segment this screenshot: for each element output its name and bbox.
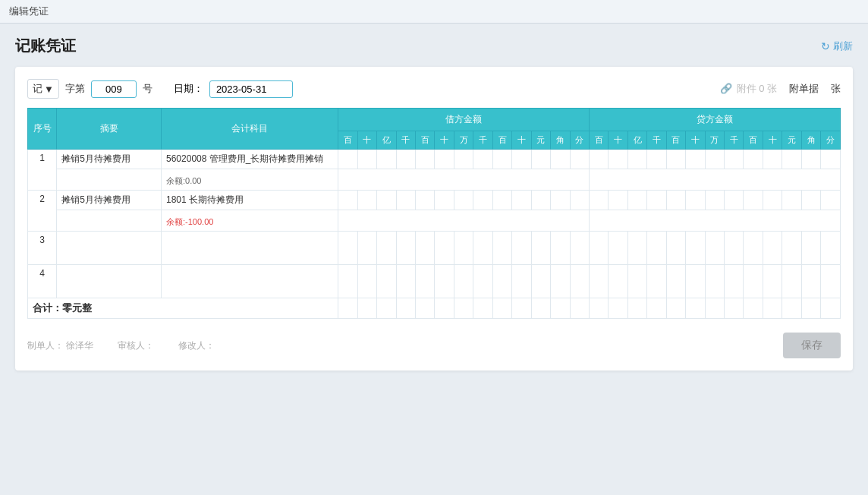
row2-c4[interactable] bbox=[647, 191, 666, 210]
row3-c2[interactable] bbox=[609, 232, 627, 265]
row4-d6[interactable] bbox=[435, 265, 454, 298]
row2-c13[interactable] bbox=[821, 191, 841, 210]
row2-d12[interactable] bbox=[551, 191, 570, 210]
row3-c4[interactable] bbox=[647, 232, 666, 265]
row4-account[interactable] bbox=[162, 265, 338, 298]
row2-c3[interactable] bbox=[627, 191, 646, 210]
type-dropdown[interactable]: 记 ▼ bbox=[27, 79, 59, 99]
row3-d10[interactable] bbox=[512, 232, 531, 265]
row3-c7[interactable] bbox=[705, 232, 724, 265]
row1-d2[interactable] bbox=[357, 150, 376, 169]
row3-c3[interactable] bbox=[627, 232, 646, 265]
row4-d1[interactable] bbox=[338, 265, 357, 298]
row3-d4[interactable] bbox=[396, 232, 415, 265]
row2-c11[interactable] bbox=[782, 191, 801, 210]
row4-c12[interactable] bbox=[801, 265, 820, 298]
row3-d13[interactable] bbox=[570, 232, 589, 265]
row4-c7[interactable] bbox=[705, 265, 724, 298]
row3-d11[interactable] bbox=[531, 232, 550, 265]
row4-d2[interactable] bbox=[357, 265, 376, 298]
row3-c13[interactable] bbox=[821, 232, 841, 265]
row2-summary-empty[interactable] bbox=[57, 210, 162, 232]
row3-d1[interactable] bbox=[338, 232, 357, 265]
row1-c2[interactable] bbox=[609, 150, 627, 169]
row3-d5[interactable] bbox=[416, 232, 435, 265]
row4-d4[interactable] bbox=[396, 265, 415, 298]
row1-c3[interactable] bbox=[627, 150, 646, 169]
row1-c9[interactable] bbox=[744, 150, 763, 169]
row3-d7[interactable] bbox=[454, 232, 473, 265]
row2-c1[interactable] bbox=[589, 191, 608, 210]
row1-d8[interactable] bbox=[473, 150, 492, 169]
row4-summary[interactable] bbox=[57, 265, 162, 298]
row4-c13[interactable] bbox=[821, 265, 841, 298]
row1-c12[interactable] bbox=[801, 150, 820, 169]
row1-d5[interactable] bbox=[416, 150, 435, 169]
row3-c5[interactable] bbox=[666, 232, 685, 265]
row2-c5[interactable] bbox=[666, 191, 685, 210]
row2-account[interactable]: 1801 长期待摊费用 bbox=[162, 191, 338, 210]
row3-c1[interactable] bbox=[589, 232, 608, 265]
row1-d10[interactable] bbox=[512, 150, 531, 169]
row2-d11[interactable] bbox=[531, 191, 550, 210]
row2-d3[interactable] bbox=[377, 191, 396, 210]
row2-d2[interactable] bbox=[357, 191, 376, 210]
row3-d2[interactable] bbox=[357, 232, 376, 265]
row3-c12[interactable] bbox=[801, 232, 820, 265]
row4-c5[interactable] bbox=[666, 265, 685, 298]
row2-c9[interactable] bbox=[744, 191, 763, 210]
row3-c10[interactable] bbox=[763, 232, 782, 265]
row2-d10[interactable] bbox=[512, 191, 531, 210]
row3-d6[interactable] bbox=[435, 232, 454, 265]
row4-d3[interactable] bbox=[377, 265, 396, 298]
row2-d4[interactable] bbox=[396, 191, 415, 210]
row3-d8[interactable] bbox=[473, 232, 492, 265]
row2-d5[interactable] bbox=[416, 191, 435, 210]
row1-summary[interactable]: 摊销5月待摊费用 bbox=[57, 150, 162, 169]
row2-c10[interactable] bbox=[763, 191, 782, 210]
row4-c4[interactable] bbox=[647, 265, 666, 298]
row1-d12[interactable] bbox=[551, 150, 570, 169]
row4-c10[interactable] bbox=[763, 265, 782, 298]
row4-c6[interactable] bbox=[686, 265, 705, 298]
row2-d8[interactable] bbox=[473, 191, 492, 210]
row4-c2[interactable] bbox=[609, 265, 627, 298]
row2-d7[interactable] bbox=[454, 191, 473, 210]
row3-c9[interactable] bbox=[744, 232, 763, 265]
row4-c1[interactable] bbox=[589, 265, 608, 298]
row2-d1[interactable] bbox=[338, 191, 357, 210]
row1-c5[interactable] bbox=[666, 150, 685, 169]
save-button[interactable]: 保存 bbox=[783, 333, 841, 358]
row2-c12[interactable] bbox=[801, 191, 820, 210]
row2-summary[interactable]: 摊销5月待摊费用 bbox=[57, 191, 162, 210]
row4-d7[interactable] bbox=[454, 265, 473, 298]
row3-c8[interactable] bbox=[725, 232, 744, 265]
row4-d9[interactable] bbox=[492, 265, 511, 298]
row1-d6[interactable] bbox=[435, 150, 454, 169]
row4-c3[interactable] bbox=[627, 265, 646, 298]
row4-c11[interactable] bbox=[782, 265, 801, 298]
row1-account[interactable]: 56020008 管理费用_长期待摊费用摊销 bbox=[162, 150, 338, 169]
row1-d4[interactable] bbox=[396, 150, 415, 169]
row1-d1[interactable] bbox=[338, 150, 357, 169]
row2-d13[interactable] bbox=[570, 191, 589, 210]
row4-d13[interactable] bbox=[570, 265, 589, 298]
row3-summary[interactable] bbox=[57, 232, 162, 265]
row1-c11[interactable] bbox=[782, 150, 801, 169]
row1-d11[interactable] bbox=[531, 150, 550, 169]
row4-d11[interactable] bbox=[531, 265, 550, 298]
row3-d9[interactable] bbox=[492, 232, 511, 265]
refresh-button[interactable]: ↻ 刷新 bbox=[821, 39, 853, 53]
row4-d8[interactable] bbox=[473, 265, 492, 298]
row4-c9[interactable] bbox=[744, 265, 763, 298]
row1-c4[interactable] bbox=[647, 150, 666, 169]
row2-d9[interactable] bbox=[492, 191, 511, 210]
row1-c13[interactable] bbox=[821, 150, 841, 169]
row3-c11[interactable] bbox=[782, 232, 801, 265]
row2-c7[interactable] bbox=[705, 191, 724, 210]
row2-c8[interactable] bbox=[725, 191, 744, 210]
row3-d12[interactable] bbox=[551, 232, 570, 265]
row1-d3[interactable] bbox=[377, 150, 396, 169]
row2-d6[interactable] bbox=[435, 191, 454, 210]
row3-d3[interactable] bbox=[377, 232, 396, 265]
